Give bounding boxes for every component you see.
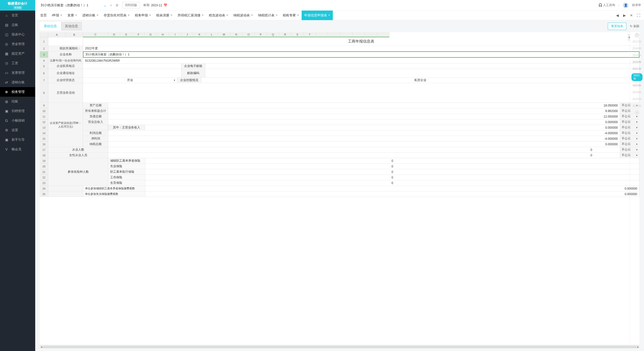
tab-0[interactable]: 首页 <box>38 11 49 11</box>
calendar-icon[interactable]: 📅 <box>164 4 167 7</box>
tab-9[interactable]: 纳税波动表✕ <box>231 11 256 11</box>
tab-8[interactable]: 税负波动表✕ <box>206 11 231 11</box>
consult-link[interactable]: 🎧 人工咨询 <box>598 3 615 7</box>
tab-3[interactable]: 进销台账✕ <box>80 11 101 11</box>
logo-text: 畅捷通好会计 <box>8 1 27 6</box>
tab-10[interactable]: 纳税统计表✕ <box>256 11 280 11</box>
period-value[interactable]: 2023-11 <box>151 4 162 7</box>
tab-1[interactable]: i申报✕ <box>49 11 65 11</box>
account-selector[interactable]: 刘小艳演示账套（勿删勿动！）1 ⌄ <box>41 3 106 8</box>
user-name[interactable]: 徐泽华 <box>632 3 641 7</box>
old-version-button[interactable]: 切到旧版 <box>122 2 140 8</box>
app-header: 畅捷通好会计 专业版 刘小艳演示账套（勿删勿动！）1 ⌄ + ⚙ 切到旧版 账期… <box>0 0 644 11</box>
chevron-down-icon: ⌄ <box>103 3 106 7</box>
tab-4[interactable]: 存货别名对照表✕ <box>101 11 132 11</box>
tab-5[interactable]: 税务申报✕ <box>132 11 154 11</box>
tab-7[interactable]: 所得税汇算清缴✕ <box>175 11 206 11</box>
tab-12[interactable]: 年报信息申报表✕ <box>302 11 333 11</box>
logo-subtitle: 专业版 <box>13 6 22 9</box>
tab-6[interactable]: 税表清册✕ <box>154 11 175 11</box>
user-avatar[interactable]: 👤 <box>623 3 628 8</box>
gear-icon[interactable]: ⚙ <box>115 3 119 7</box>
add-icon[interactable]: + <box>110 3 112 7</box>
tab-2[interactable]: 发票✕ <box>65 11 80 11</box>
logo: 畅捷通好会计 专业版 <box>0 0 35 11</box>
period-label: 账期 <box>143 3 149 7</box>
account-name: 刘小艳演示账套（勿删勿动！）1 <box>41 3 88 8</box>
tab-11[interactable]: 税检专家✕ <box>280 11 302 11</box>
